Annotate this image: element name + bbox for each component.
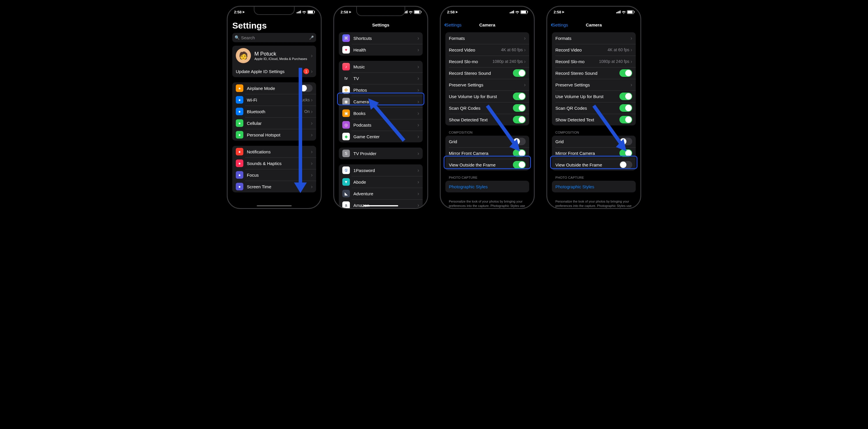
toggle[interactable]	[513, 161, 526, 168]
row-record-stereo-sound[interactable]: Record Stereo Sound	[552, 67, 636, 79]
chevron-right-icon: ›	[311, 120, 313, 126]
row-label: Notifications	[247, 149, 311, 154]
tv provider-icon: S	[342, 150, 350, 157]
notch	[254, 6, 294, 15]
row-1password[interactable]: ①1Password›	[339, 164, 423, 176]
row-grid[interactable]: Grid	[445, 135, 529, 147]
row-game-center[interactable]: ◆Game Center›	[339, 131, 423, 142]
row-cellular[interactable]: ●Cellular›	[232, 117, 316, 129]
battery-icon	[627, 10, 634, 14]
toggle[interactable]	[513, 69, 526, 77]
row-podcasts[interactable]: ◎Podcasts›	[339, 119, 423, 131]
row-scan-qr-codes[interactable]: Scan QR Codes	[445, 102, 529, 114]
wifi-icon	[622, 10, 626, 13]
notif-icon: ●	[236, 148, 243, 155]
apple-id-row[interactable]: 🧑 M PotuckApple ID, iCloud, Media & Purc…	[232, 46, 316, 65]
home-indicator[interactable]	[363, 205, 398, 206]
row-photos[interactable]: ✿Photos›	[339, 84, 423, 96]
row-label: Show Detected Text	[449, 117, 513, 122]
back-button[interactable]: ‹Settings	[551, 21, 568, 29]
sound-icon: ●	[236, 159, 243, 167]
row-preserve-settings[interactable]: Preserve Settings›	[552, 79, 636, 91]
chevron-right-icon: ›	[311, 184, 313, 190]
row-grid[interactable]: Grid	[552, 135, 636, 147]
row-record-video[interactable]: Record Video4K at 60 fps›	[445, 44, 529, 56]
row-bluetooth[interactable]: ●BluetoothOn›	[232, 106, 316, 117]
row-label: Personal Hotspot	[247, 132, 311, 137]
chevron-right-icon: ›	[311, 97, 313, 103]
row-view-outside-the-frame[interactable]: View Outside the Frame	[552, 159, 636, 171]
back-button[interactable]: ‹Settings	[444, 21, 462, 29]
search-input[interactable]: 🔍 Search 🎤	[232, 33, 316, 42]
toggle[interactable]	[619, 149, 632, 157]
row-mirror-front-camera[interactable]: Mirror Front Camera	[445, 147, 529, 159]
toggle[interactable]	[513, 93, 526, 100]
row-formats[interactable]: Formats›	[552, 32, 636, 44]
row-label: Cellular	[247, 121, 311, 126]
toggle[interactable]	[300, 84, 313, 92]
row-sounds-haptics[interactable]: ●Sounds & Haptics›	[232, 157, 316, 169]
row-photographic-styles[interactable]: Photographic Styles	[552, 181, 636, 192]
toggle[interactable]	[619, 69, 632, 77]
row-wi-fi[interactable]: ●Wi-FiTucks›	[232, 94, 316, 106]
row-shortcuts[interactable]: ⌘Shortcuts›	[339, 32, 423, 44]
toggle[interactable]	[619, 93, 632, 100]
row-airplane-mode[interactable]: ●Airplane Mode	[232, 82, 316, 94]
row-notifications[interactable]: ●Notifications›	[232, 146, 316, 157]
row-label: Record Slo-mo	[555, 59, 599, 64]
toggle[interactable]	[619, 104, 632, 112]
row-tv-provider[interactable]: STV Provider›	[339, 148, 423, 159]
row-books[interactable]: ▣Books›	[339, 108, 423, 119]
chevron-right-icon: ›	[311, 149, 313, 155]
row-show-detected-text[interactable]: Show Detected Text	[552, 114, 636, 125]
row-photographic-styles[interactable]: Photographic Styles	[445, 181, 529, 192]
row-formats[interactable]: Formats›	[445, 32, 529, 44]
row-view-outside-the-frame[interactable]: View Outside the Frame	[445, 159, 529, 171]
row-record-stereo-sound[interactable]: Record Stereo Sound	[445, 67, 529, 79]
row-record-slo-mo[interactable]: Record Slo-mo1080p at 240 fps›	[445, 56, 529, 67]
page-title: Settings	[228, 21, 321, 31]
toggle[interactable]	[619, 116, 632, 123]
row-camera[interactable]: ◉Camera›	[339, 96, 423, 108]
toggle[interactable]	[513, 137, 526, 145]
toggle[interactable]	[513, 104, 526, 112]
location-icon: ➤	[242, 10, 245, 14]
row-screen-time[interactable]: ●Screen Time›	[232, 181, 316, 192]
row-tv[interactable]: tvTV›	[339, 72, 423, 84]
row-amazon[interactable]: aAmazon›	[339, 200, 423, 208]
row-label: Mirror Front Camera	[449, 151, 513, 156]
phone-2-settings-list: 2:58➤ Settings ⌘Shortcuts›♥Health› ♪Musi…	[333, 6, 428, 209]
toggle[interactable]	[513, 116, 526, 123]
mic-icon: 🎤	[309, 35, 314, 40]
chevron-right-icon: ›	[417, 110, 419, 116]
music-icon: ♪	[342, 63, 350, 70]
row-personal-hotspot[interactable]: ●Personal Hotspot›	[232, 129, 316, 141]
row-focus[interactable]: ●Focus›	[232, 169, 316, 181]
home-indicator[interactable]	[257, 205, 292, 206]
row-label: Game Center	[353, 134, 417, 139]
chevron-right-icon: ›	[417, 47, 419, 53]
toggle[interactable]	[513, 149, 526, 157]
status-time: 2:58	[554, 10, 561, 14]
chevron-right-icon: ›	[417, 35, 419, 41]
photos-icon: ✿	[342, 86, 350, 94]
toggle[interactable]	[619, 161, 632, 168]
row-value: On	[304, 109, 310, 114]
toggle[interactable]	[619, 137, 632, 145]
update-apple-id-row[interactable]: Update Apple ID Settings 1 ›	[232, 65, 316, 77]
row-adventure[interactable]: ◣Adventure›	[339, 188, 423, 200]
row-label: Abode	[353, 180, 417, 185]
row-mirror-front-camera[interactable]: Mirror Front Camera	[552, 147, 636, 159]
row-use-volume-up-for-burst[interactable]: Use Volume Up for Burst	[445, 91, 529, 102]
row-music[interactable]: ♪Music›	[339, 61, 423, 72]
row-record-video[interactable]: Record Video4K at 60 fps›	[552, 44, 636, 56]
row-abode[interactable]: ▼Abode›	[339, 176, 423, 188]
row-health[interactable]: ♥Health›	[339, 44, 423, 56]
row-scan-qr-codes[interactable]: Scan QR Codes	[552, 102, 636, 114]
phone-3-camera-on: 2:58➤ ‹Settings Camera Formats›Record Vi…	[440, 6, 535, 209]
row-label: Grid	[555, 139, 619, 144]
row-show-detected-text[interactable]: Show Detected Text	[445, 114, 529, 125]
row-use-volume-up-for-burst[interactable]: Use Volume Up for Burst	[552, 91, 636, 102]
row-preserve-settings[interactable]: Preserve Settings›	[445, 79, 529, 91]
row-record-slo-mo[interactable]: Record Slo-mo1080p at 240 fps›	[552, 56, 636, 67]
